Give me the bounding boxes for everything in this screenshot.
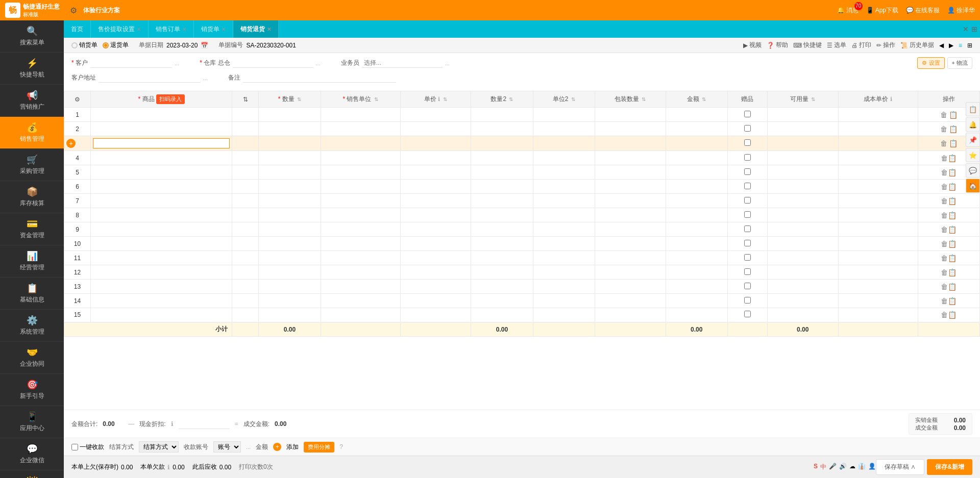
copy-btn-3[interactable]: 📋 <box>949 139 958 147</box>
settings-btn[interactable]: ⚙ <box>70 6 77 15</box>
unit2-sort-icon[interactable]: ⇅ <box>571 96 575 102</box>
once-owe-icon[interactable]: ℹ <box>167 464 170 471</box>
float-btn-3[interactable]: 📌 <box>966 133 980 147</box>
pack-cell-3[interactable] <box>595 136 666 151</box>
settings-btn[interactable]: ⚙ 设置 <box>917 57 944 69</box>
pack-cell-1[interactable] <box>595 108 666 122</box>
pack-cell-2[interactable] <box>595 122 666 136</box>
account-dots[interactable]: ... <box>246 444 251 450</box>
toolbar-print[interactable]: 🖨 打印 <box>851 41 871 49</box>
sidebar-item-nav[interactable]: ⚡ 快捷导航 <box>0 53 64 85</box>
sidebar-item-sales[interactable]: 💰 销售管理 <box>0 117 64 149</box>
tab-return-close[interactable]: ✕ <box>267 27 271 32</box>
remark-input[interactable] <box>243 73 396 83</box>
copy-btn-10[interactable]: 📋 <box>948 240 957 248</box>
toolbar-history[interactable]: 📜 历史单据 <box>900 41 934 49</box>
product-cell-1[interactable] <box>91 108 232 122</box>
delete-btn-13[interactable]: 🗑 <box>941 283 948 291</box>
amount-cell-1[interactable] <box>666 108 727 122</box>
product-cell-3[interactable] <box>91 136 232 151</box>
unit2-cell-3[interactable] <box>533 136 595 151</box>
add-row-btn[interactable]: + <box>66 139 76 148</box>
product-input-3[interactable] <box>93 138 230 148</box>
copy-btn-13[interactable]: 📋 <box>948 283 957 291</box>
unit-cell-2[interactable] <box>321 122 400 136</box>
delete-btn-9[interactable]: 🗑 <box>941 225 948 234</box>
delete-btn-6[interactable]: 🗑 <box>941 183 948 191</box>
calendar-icon[interactable]: 📅 <box>201 42 208 49</box>
pack-sort-icon[interactable]: ⇅ <box>642 96 646 102</box>
copy-btn-6[interactable]: 📋 <box>948 183 957 191</box>
tab-order[interactable]: 销售订单 ✕ <box>149 20 194 38</box>
copy-btn-7[interactable]: 📋 <box>948 197 957 205</box>
qty2-cell-1[interactable] <box>471 108 533 122</box>
sidebar-item-member[interactable]: 👑 畅会员 <box>0 470 64 478</box>
float-btn-6[interactable]: 🏠 <box>966 179 980 193</box>
sidebar-item-apps[interactable]: 📱 应用中心 <box>0 406 64 438</box>
online-service-btn[interactable]: 💬 在线客服 <box>906 6 940 15</box>
amount-sort-icon[interactable]: ⇅ <box>702 96 706 102</box>
toolbar-shortcut[interactable]: ⌨ 快捷键 <box>793 41 822 49</box>
grid-view-btn[interactable]: ⊞ <box>967 42 972 49</box>
one-click-pay-checkbox[interactable] <box>71 444 78 450</box>
user-btn[interactable]: 👤 徐泽华 <box>947 6 975 15</box>
delete-btn-5[interactable]: 🗑 <box>941 168 948 177</box>
amount-cell-2[interactable] <box>666 122 727 136</box>
qty2-cell-3[interactable] <box>471 136 533 151</box>
th-settings[interactable]: ⚙ <box>64 91 91 108</box>
customer-input[interactable] <box>90 58 172 68</box>
quantity-sort-icon[interactable]: ⇅ <box>297 96 301 102</box>
save-draft-btn[interactable]: 保存草稿 ∧ <box>876 459 924 475</box>
qty2-sort-icon[interactable]: ⇅ <box>509 96 513 102</box>
gift-cell-1[interactable] <box>727 108 767 122</box>
copy-btn-12[interactable]: 📋 <box>948 268 957 276</box>
cost-info-icon[interactable]: ℹ <box>890 96 892 102</box>
sidebar-item-management[interactable]: 📊 经营管理 <box>0 245 64 278</box>
warehouse-input[interactable] <box>233 58 313 68</box>
tab-price[interactable]: 售价提取设置 ✕ <box>91 20 149 38</box>
unit-cell-3[interactable] <box>321 136 400 151</box>
copy-btn-2[interactable]: 📋 <box>949 125 958 133</box>
add-row-cell[interactable]: + <box>64 136 91 151</box>
float-btn-5[interactable]: 💬 <box>966 163 980 178</box>
price-info-icon[interactable]: ℹ <box>438 96 440 102</box>
product-cell-2[interactable] <box>91 122 232 136</box>
tab-close-all-btn[interactable]: ✕ <box>963 25 969 33</box>
settlement-select[interactable]: 结算方式 <box>139 441 179 452</box>
tab-order-close[interactable]: ✕ <box>182 27 186 32</box>
delete-btn-15[interactable]: 🗑 <box>941 311 948 319</box>
unit-sort-icon[interactable]: ⇅ <box>374 96 378 102</box>
qty2-cell-2[interactable] <box>471 122 533 136</box>
copy-btn-1[interactable]: 📋 <box>949 111 958 119</box>
prev-record-btn[interactable]: ◀ <box>939 42 944 49</box>
gift-cell-2[interactable] <box>727 122 767 136</box>
toolbar-video[interactable]: ▶ 视频 <box>743 41 762 49</box>
delete-btn-14[interactable]: 🗑 <box>941 297 948 305</box>
delete-btn-12[interactable]: 🗑 <box>941 268 948 276</box>
qty-cell-3[interactable] <box>259 136 321 151</box>
address-dots[interactable]: ... <box>203 75 208 81</box>
th-sort1[interactable]: ⇅ <box>232 91 259 108</box>
one-click-pay-label[interactable]: 一键收款 <box>71 443 104 451</box>
save-new-btn[interactable]: 保存&新增 <box>927 459 972 475</box>
tab-price-close[interactable]: ✕ <box>137 27 141 32</box>
sidebar-item-inventory[interactable]: 📦 库存核算 <box>0 181 64 213</box>
sidebar-item-purchase[interactable]: 🛒 采购管理 <box>0 149 64 181</box>
toolbar-select[interactable]: ☰ 选单 <box>827 41 846 49</box>
unit2-cell-1[interactable] <box>533 108 595 122</box>
unit-cell-1[interactable] <box>321 108 400 122</box>
app-download-btn[interactable]: 📱 App下载 <box>866 6 898 15</box>
delete-btn-4[interactable]: 🗑 <box>941 154 948 162</box>
sidebar-item-basic[interactable]: 📋 基础信息 <box>0 278 64 310</box>
float-btn-4[interactable]: ⭐ <box>966 148 980 162</box>
sidebar-item-collab[interactable]: 🤝 企业协同 <box>0 342 64 374</box>
add-payment-btn[interactable]: + <box>273 443 281 451</box>
price-cell-3[interactable] <box>400 136 471 151</box>
sidebar-item-finance[interactable]: 💳 资金管理 <box>0 213 64 245</box>
toolbar-help[interactable]: ❓ 帮助 <box>767 41 788 49</box>
sidebar-item-system[interactable]: ⚙️ 系统管理 <box>0 310 64 342</box>
tab-return[interactable]: 销货退货 ✕ <box>233 20 279 38</box>
copy-btn-14[interactable]: 📋 <box>948 297 957 305</box>
float-btn-2[interactable]: 🔔 <box>966 117 980 132</box>
discount-info-icon[interactable]: ℹ <box>171 420 174 427</box>
